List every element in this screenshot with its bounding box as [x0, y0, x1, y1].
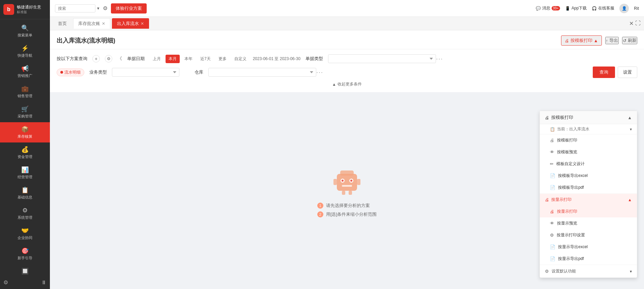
tab-flow-close[interactable]: ✕	[141, 21, 144, 26]
date-btn-last-month[interactable]: 上月	[150, 55, 164, 63]
date-btn-more[interactable]: 更多	[215, 55, 230, 63]
sidebar-label-guide: 新手引导	[18, 256, 32, 261]
design-icon: ✏	[550, 161, 554, 166]
tab-batch-close[interactable]: ✕	[102, 21, 105, 26]
display-excel-icon: 📄	[550, 244, 555, 249]
phone-icon: 📱	[565, 6, 570, 11]
sidebar-icon-enterprise: 🤝	[21, 227, 29, 234]
sidebar-item-app-center[interactable]: 🔲 应用中心	[0, 264, 50, 276]
sidebar-item-marketing[interactable]: 📢 营销推广	[0, 61, 50, 82]
date-range: 2023-06-01 至 2023-06-30	[253, 56, 300, 62]
tab-fullscreen-icon[interactable]: ⛶	[635, 20, 641, 27]
doc-type-more-icon[interactable]: ···	[436, 55, 443, 62]
sidebar-icon-purchase: 🛒	[21, 105, 29, 113]
page-title: 出入库流水(流水明细)	[57, 36, 115, 45]
display-submenu-header[interactable]: 🖨 按显示打印 ▲	[540, 194, 637, 206]
date-btn-this-month[interactable]: 本月	[166, 55, 180, 63]
dropdown-collapse-btn[interactable]: ▲	[627, 115, 632, 120]
sidebar-collapse-icon[interactable]: ⏸	[41, 280, 47, 286]
svg-rect-0	[337, 174, 357, 191]
collapse-more-btn[interactable]: ▲ 收起更多条件	[332, 81, 362, 87]
dropdown-footer[interactable]: ⚙ 设置默认功能 ▾	[540, 265, 637, 278]
step-2-num: 2	[317, 211, 323, 217]
collapse-up-icon: ▲	[332, 82, 336, 87]
date-btn-7days[interactable]: 近7天	[197, 55, 214, 63]
sidebar-item-inventory[interactable]: 📦 库存核算	[0, 122, 50, 142]
current-expand-icon[interactable]: ▾	[630, 127, 632, 132]
display-export-excel-item[interactable]: 📄 按显示导出excel	[540, 241, 637, 253]
tab-home[interactable]: 首页	[53, 19, 71, 29]
filter-add-btn[interactable]: +	[92, 55, 100, 62]
sidebar-item-enterprise[interactable]: 🤝 企业协同	[0, 224, 50, 244]
warehouse-select[interactable]	[208, 68, 316, 77]
date-btn-custom[interactable]: 自定义	[231, 55, 250, 63]
topbar-gear-icon[interactable]: ⚙	[103, 5, 108, 11]
search-input[interactable]	[55, 4, 95, 12]
display-submenu-icon: 🖨	[545, 197, 549, 202]
warehouse-more-icon[interactable]: ···	[316, 69, 323, 76]
sidebar-label-finance: 资金管理	[18, 154, 32, 159]
filter-settings-btn[interactable]: ⚙	[105, 55, 112, 62]
main-content: ▾ ⚙ 体验行业方案 💬 消息 99+ 📱 App下载 🎧 在线客服 👤	[50, 0, 644, 289]
display-submenu-arrow[interactable]: ▲	[628, 198, 632, 202]
display-preview-item[interactable]: 👁 按显示预览	[540, 217, 637, 229]
template-export-pdf-item[interactable]: 📄 按模板导出pdf	[540, 182, 637, 193]
sidebar-item-quick-nav[interactable]: ⚡ 快捷导航	[0, 41, 50, 61]
sidebar-item-operation[interactable]: 📊 经营管理	[0, 163, 50, 183]
sidebar-label-purchase: 采购管理	[18, 114, 32, 119]
template-preview-item[interactable]: 👁 按模板预览	[540, 146, 637, 158]
app-logo: b 畅捷通好生意 标准版	[0, 0, 50, 19]
sidebar-label-quick-nav: 快捷导航	[18, 53, 32, 58]
dropdown-title: 🖨 按模板打印	[545, 114, 573, 121]
sidebar-item-basic[interactable]: 📋 基础信息	[0, 183, 50, 203]
app-download-btn[interactable]: 📱 App下载	[565, 5, 587, 11]
sidebar-icon-app-center: 🔲	[21, 267, 29, 275]
query-btn[interactable]: 查询	[593, 67, 615, 78]
warehouse-label: 仓库	[195, 69, 203, 75]
display-settings-item[interactable]: ⚙ 按显示打印设置	[540, 229, 637, 241]
printer-icon-sm: 🖨	[545, 115, 549, 120]
template-export-excel-item[interactable]: 📄 按模板导出excel	[540, 170, 637, 182]
avatar[interactable]: 👤	[619, 4, 629, 13]
filter-collapse-row: ▲ 收起更多条件	[57, 81, 637, 87]
export-btn[interactable]: ↑ 导出	[605, 37, 619, 44]
sidebar-icon-sales: 💼	[21, 85, 29, 93]
template-print-btn[interactable]: 🖨 按模板打印 ▲	[561, 35, 602, 46]
date-btn-this-year[interactable]: 本年	[181, 55, 196, 63]
display-print-icon: 🖨	[550, 209, 554, 214]
online-service-btn[interactable]: 🎧 在线客服	[592, 5, 614, 11]
template-print-item[interactable]: 🖨 按模板打印	[540, 134, 637, 146]
message-btn[interactable]: 💬 消息 99+	[536, 5, 560, 11]
sidebar-icon-quick-nav: ⚡	[21, 45, 29, 52]
sidebar-settings-icon[interactable]: ⚙	[3, 279, 8, 286]
sidebar-item-guide[interactable]: 🎯 新手引导	[0, 244, 50, 264]
business-type-field	[112, 68, 179, 77]
printer-icon: 🖨	[565, 38, 569, 43]
display-print-item[interactable]: 🖨 按显示打印	[540, 206, 637, 217]
business-type-select[interactable]	[112, 68, 179, 77]
tabs-bar: 首页 库存批次账 ✕ 出入库流水 ✕ ✕ ⛶	[50, 17, 644, 30]
filter-collapse-btn[interactable]: 《	[117, 56, 122, 62]
template-custom-item[interactable]: ✏ 模板自定义设计	[540, 158, 637, 170]
settings-btn[interactable]: 设置	[618, 67, 637, 78]
sidebar-item-search[interactable]: 🔍 搜索菜单	[0, 21, 50, 41]
tab-close-all-icon[interactable]: ✕	[629, 20, 634, 27]
sidebar-item-finance[interactable]: 💰 资金管理	[0, 142, 50, 163]
username[interactable]: Rit	[634, 6, 639, 11]
dropdown-panel: 🖨 按模板打印 ▲ 📋 当前：出入库流水 ▾ 🖨	[539, 111, 637, 278]
tab-flow[interactable]: 出入库流水 ✕	[112, 18, 149, 29]
sidebar-item-system[interactable]: ⚙ 系统管理	[0, 203, 50, 224]
doc-type-select[interactable]	[328, 54, 436, 63]
sidebar-item-sales[interactable]: 💼 销售管理	[0, 82, 50, 102]
active-filter-tag[interactable]: 流水明细	[57, 69, 84, 76]
display-export-pdf-item[interactable]: 📄 按显示导出pdf	[540, 253, 637, 265]
industry-btn[interactable]: 体验行业方案	[111, 3, 147, 14]
filter-row-bottom: 流水明细 业务类型 仓库 ··· 查询 设置	[57, 67, 637, 78]
search-dropdown-icon[interactable]: ▾	[97, 6, 99, 11]
message-badge: 99+	[552, 6, 560, 10]
tab-batch[interactable]: 库存批次账 ✕	[73, 18, 110, 29]
sidebar-item-purchase[interactable]: 🛒 采购管理	[0, 102, 50, 122]
doc-type-field: ···	[328, 54, 443, 63]
date-filter: 上月 本月 本年 近7天 更多 自定义 2023-06-01 至 2023-06…	[150, 55, 300, 63]
refresh-btn[interactable]: ↺ 刷新	[622, 37, 637, 44]
